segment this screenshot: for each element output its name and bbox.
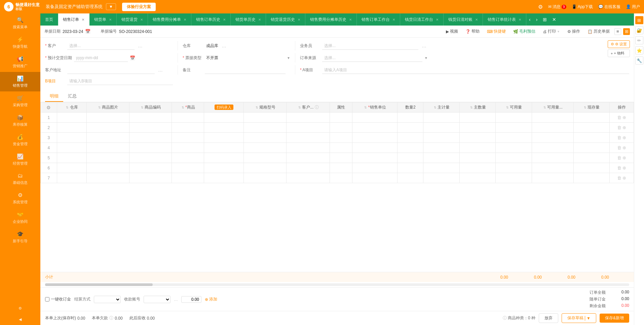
- tab-reconcile[interactable]: 钱货日清对账 ✕: [444, 13, 483, 26]
- layout-list-btn[interactable]: ≡: [614, 28, 621, 35]
- system-dropdown[interactable]: ▼: [106, 3, 116, 10]
- tab-sales-order[interactable]: 销售订单 ✕: [58, 13, 89, 26]
- layout-grid-btn[interactable]: ⊞: [623, 28, 630, 35]
- scan-btn[interactable]: 扫码录入: [215, 105, 233, 110]
- note-input[interactable]: [205, 66, 286, 74]
- tab-fee-split[interactable]: 销售费用分摊单 ✕: [148, 13, 191, 26]
- delete-row-4-btn[interactable]: 🗑: [617, 145, 621, 150]
- tab-sales-invoice[interactable]: 销货单 ✕: [89, 13, 117, 26]
- delete-row-2-btn[interactable]: 🗑: [617, 125, 621, 130]
- right-panel-btn-2[interactable]: 🔐: [635, 26, 643, 34]
- user-btn[interactable]: 👤 用户: [626, 4, 640, 10]
- sidebar-item-quick-nav[interactable]: ⚡ 快捷导航: [0, 33, 40, 52]
- tab-close-order-workbench[interactable]: ✕: [392, 18, 395, 22]
- order-source-arrow[interactable]: ▼: [424, 56, 428, 60]
- industry-btn[interactable]: 体验行业方案: [122, 3, 156, 11]
- tab-detail[interactable]: 明细: [45, 91, 63, 102]
- customer-dots-btn[interactable]: …: [137, 43, 144, 48]
- tab-close-order-history[interactable]: ✕: [223, 18, 226, 22]
- view-btn[interactable]: ▶ 视频: [443, 28, 461, 35]
- sidebar-item-enterprise[interactable]: 🤝 企业协同: [0, 208, 40, 228]
- operations-btn[interactable]: ⚙ 操作: [565, 28, 583, 35]
- copy-row-1-btn[interactable]: ⊕: [622, 115, 626, 120]
- a-project-input[interactable]: [322, 66, 629, 74]
- tab-return-history[interactable]: 销货退货历史 ✕: [266, 13, 305, 26]
- tab-return[interactable]: 销货退货 ✕: [117, 13, 148, 26]
- tab-close-reconcile[interactable]: ✕: [475, 18, 478, 22]
- save-new-btn[interactable]: 保存&新增: [600, 314, 629, 323]
- sidebar-item-search[interactable]: 🔍 搜索菜单: [0, 13, 40, 33]
- delete-row-7-btn[interactable]: 🗑: [617, 175, 621, 180]
- one-key-checkout-checkbox[interactable]: [45, 297, 49, 301]
- th-scan[interactable]: 扫码录入: [204, 103, 244, 113]
- tab-close-cash-workbench[interactable]: ✕: [436, 18, 439, 22]
- tab-close-invoice-history[interactable]: ✕: [258, 18, 261, 22]
- save-draft-btn[interactable]: 保存草稿 ▼: [562, 313, 596, 323]
- sidebar-item-finance[interactable]: 💰 资金管理: [0, 130, 40, 150]
- history-btn[interactable]: 📋 历史单据: [585, 28, 612, 35]
- calendar-icon[interactable]: 📅: [85, 29, 90, 34]
- profit-btn[interactable]: 🌿 毛利预估: [510, 28, 538, 35]
- right-panel-btn-4[interactable]: ⭐: [635, 46, 643, 54]
- tab-close-fee-history[interactable]: ✕: [349, 18, 352, 22]
- delete-row-6-btn[interactable]: 🗑: [617, 165, 621, 170]
- right-panel-btn-5[interactable]: 🔧: [635, 56, 643, 65]
- tab-stats[interactable]: 销售订单统计表 ✕: [483, 13, 526, 26]
- tab-order-history[interactable]: 销售订单历史 ✕: [191, 13, 231, 26]
- delivery-date-calendar-icon[interactable]: 📅: [130, 55, 135, 60]
- address-dots-btn[interactable]: …: [157, 67, 164, 73]
- account-select[interactable]: [144, 296, 171, 303]
- tab-next-btn[interactable]: ›: [533, 13, 540, 26]
- sidebar-settings-btn[interactable]: ⚙: [0, 303, 40, 314]
- sidebar-item-purchase[interactable]: 🛒 采购管理: [0, 91, 40, 111]
- settings-gear-btn[interactable]: ⚙: [538, 4, 543, 10]
- customer-input[interactable]: [67, 42, 135, 50]
- save-draft-arrow[interactable]: ▼: [585, 316, 591, 321]
- amount-input[interactable]: [181, 296, 201, 303]
- tab-home[interactable]: 首页: [40, 13, 58, 26]
- table-gear-icon[interactable]: ⚙: [46, 105, 51, 110]
- sidebar-item-inventory[interactable]: 📦 库存核算: [0, 111, 40, 130]
- app-download-btn[interactable]: 📱 App下载: [572, 4, 593, 10]
- one-key-checkout-label[interactable]: 一键收订金: [45, 296, 71, 302]
- tab-invoice-history[interactable]: 销货单历史 ✕: [231, 13, 266, 26]
- copy-row-3-btn[interactable]: ⊕: [622, 135, 626, 140]
- tab-close-stats[interactable]: ✕: [519, 18, 521, 22]
- order-source-input[interactable]: [322, 54, 422, 62]
- sidebar-item-operations[interactable]: 📈 经营管理: [0, 150, 40, 169]
- add-payment-btn[interactable]: ⊕ 添加: [205, 296, 217, 302]
- tab-order-workbench[interactable]: 销售订单工作台 ✕: [357, 13, 400, 26]
- copy-row-2-btn[interactable]: ⊕: [622, 125, 626, 130]
- print-btn[interactable]: 🖨 打印 ▼: [540, 28, 563, 35]
- sidebar-item-sales[interactable]: 📊 销售管理: [0, 72, 40, 91]
- sidebar-collapse-btn[interactable]: ◀: [0, 314, 40, 325]
- delete-row-3-btn[interactable]: 🗑: [617, 135, 621, 140]
- sidebar-item-guide[interactable]: 🎓 新手引导: [0, 228, 40, 247]
- sidebar-item-system[interactable]: ⚙ 系统管理: [0, 189, 40, 208]
- tab-close-sales-order[interactable]: ✕: [82, 18, 84, 22]
- payment-method-select[interactable]: [94, 296, 121, 303]
- tab-close-all-btn[interactable]: ✕: [550, 17, 559, 22]
- tab-expand-btn[interactable]: ⊞: [540, 17, 550, 22]
- invoice-type-arrow[interactable]: ▼: [287, 56, 290, 60]
- tab-cash-workbench[interactable]: 钱货日清工作台 ✕: [400, 13, 444, 26]
- scroll-thumb[interactable]: [45, 283, 153, 286]
- th-gear[interactable]: ⚙: [41, 103, 57, 113]
- staff-dots-btn[interactable]: …: [420, 43, 428, 48]
- tab-summary[interactable]: 汇总: [63, 91, 81, 102]
- material-btn[interactable]: + + 物料: [608, 49, 630, 57]
- tab-close-return[interactable]: ✕: [140, 18, 143, 22]
- copy-row-6-btn[interactable]: ⊕: [622, 165, 626, 170]
- right-panel-btn-1[interactable]: ⊞: [635, 16, 643, 24]
- tab-prev-btn[interactable]: ‹: [526, 13, 533, 26]
- online-service-btn[interactable]: 💬 在线客服: [598, 4, 620, 10]
- copy-row-4-btn[interactable]: ⊕: [622, 145, 626, 150]
- warehouse-dots-btn[interactable]: …: [220, 43, 228, 48]
- copy-row-7-btn[interactable]: ⊕: [622, 175, 626, 180]
- shortcut-btn[interactable]: ⌨ 快捷键: [484, 28, 508, 35]
- settings-small-btn[interactable]: ⚙ ⚙ 设置: [608, 40, 630, 48]
- b-project-input[interactable]: [67, 77, 173, 85]
- right-panel-btn-3[interactable]: ✏: [635, 36, 643, 44]
- tab-close-return-history[interactable]: ✕: [298, 18, 300, 22]
- message-btn[interactable]: ✉ 消息 9: [548, 4, 566, 10]
